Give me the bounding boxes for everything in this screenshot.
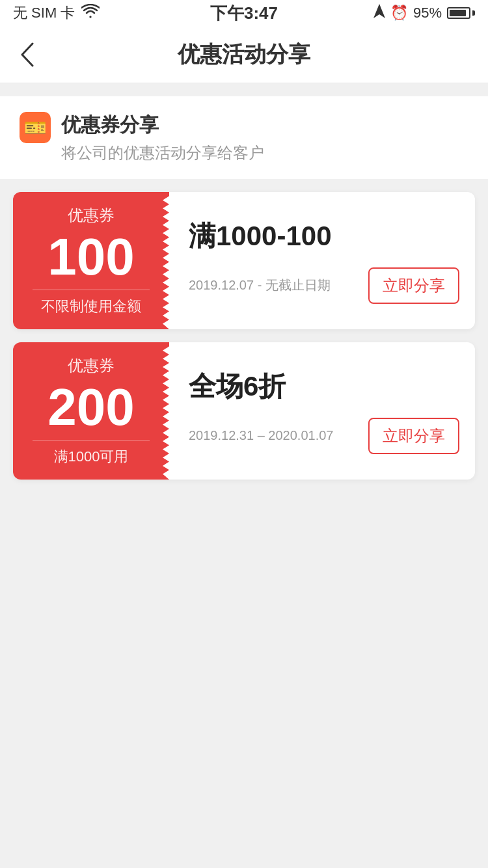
location-icon — [373, 4, 385, 22]
coupon-name-1: 满1000-100 — [189, 218, 459, 254]
coupon-name-2: 全场6折 — [189, 368, 459, 405]
coupon-divider-2 — [33, 440, 150, 441]
section-subtitle: 将公司的优惠活动分享给客户 — [61, 142, 264, 163]
bottom-fill — [0, 493, 488, 818]
section-icon: 🎫 — [20, 112, 51, 143]
coupon-list: 优惠券 100 不限制使用金额 满1000-100 2019.12.07 - 无… — [0, 179, 488, 493]
status-right: ⏰ 95% — [373, 4, 475, 22]
coupon-label-1: 优惠券 — [68, 205, 115, 226]
coupon-amount-2: 200 — [47, 381, 134, 433]
status-bar: 无 SIM 卡 下午3:47 ⏰ 95% — [0, 0, 488, 26]
svg-marker-0 — [373, 4, 385, 18]
battery-icon — [447, 7, 475, 19]
status-left: 无 SIM 卡 — [13, 3, 100, 23]
wifi-icon — [81, 4, 100, 22]
alarm-icon: ⏰ — [390, 5, 408, 21]
section-text-block: 优惠券分享 将公司的优惠活动分享给客户 — [61, 112, 264, 163]
carrier-text: 无 SIM 卡 — [13, 3, 75, 23]
coupon-meta-1: 2019.12.07 - 无截止日期 立即分享 — [189, 267, 459, 304]
back-button[interactable] — [20, 42, 34, 67]
coupon-condition-2: 满1000可用 — [54, 447, 129, 467]
coupon-date-1: 2019.12.07 - 无截止日期 — [189, 277, 360, 294]
coupon-divider-1 — [33, 290, 150, 290]
share-button-2[interactable]: 立即分享 — [368, 418, 459, 454]
coupon-icon-emoji: 🎫 — [24, 117, 47, 139]
coupon-label-2: 优惠券 — [68, 355, 115, 376]
page-title: 优惠活动分享 — [178, 40, 310, 70]
status-time: 下午3:47 — [210, 2, 278, 25]
top-separator — [0, 83, 488, 96]
nav-bar: 优惠活动分享 — [0, 26, 488, 83]
coupon-left-1: 优惠券 100 不限制使用金额 — [13, 192, 169, 329]
coupon-condition-1: 不限制使用金额 — [41, 297, 141, 316]
section-header: 🎫 优惠券分享 将公司的优惠活动分享给客户 — [0, 96, 488, 179]
coupon-left-2: 优惠券 200 满1000可用 — [13, 342, 169, 480]
coupon-card-2: 优惠券 200 满1000可用 全场6折 2019.12.31 – 2020.0… — [13, 342, 475, 480]
coupon-right-1: 满1000-100 2019.12.07 - 无截止日期 立即分享 — [169, 192, 475, 329]
coupon-card-1: 优惠券 100 不限制使用金额 满1000-100 2019.12.07 - 无… — [13, 192, 475, 329]
section-title: 优惠券分享 — [61, 112, 264, 139]
battery-percent: 95% — [413, 5, 442, 21]
coupon-amount-1: 100 — [47, 231, 134, 283]
share-button-1[interactable]: 立即分享 — [368, 267, 459, 304]
coupon-meta-2: 2019.12.31 – 2020.01.07 立即分享 — [189, 418, 459, 454]
coupon-date-2: 2019.12.31 – 2020.01.07 — [189, 428, 360, 443]
coupon-right-2: 全场6折 2019.12.31 – 2020.01.07 立即分享 — [169, 342, 475, 480]
